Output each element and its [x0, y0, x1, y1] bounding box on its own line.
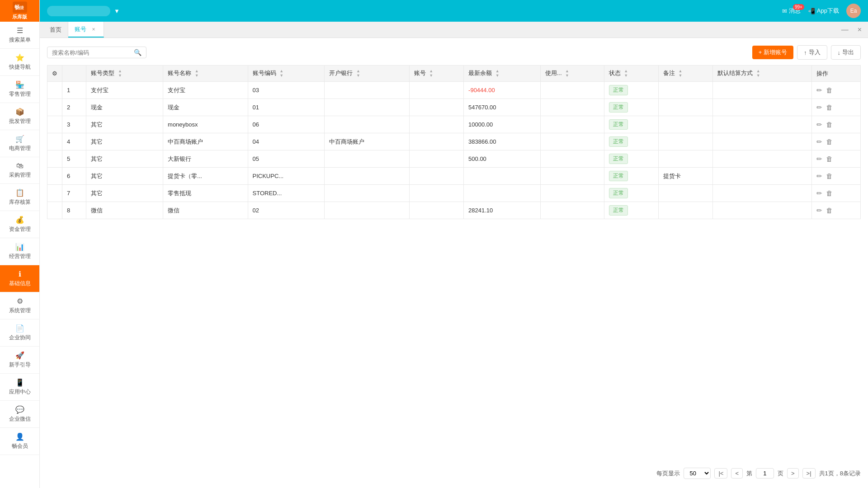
- sort-balance-icon[interactable]: ▲▼: [495, 69, 500, 78]
- sidebar-item-finance[interactable]: 💰 资金管理: [0, 211, 39, 238]
- app-download-button[interactable]: 📲 App下载: [808, 7, 839, 15]
- status-badge: 正常: [609, 119, 628, 130]
- sidebar-item-agreement[interactable]: 📄 企业协同: [0, 319, 39, 347]
- tab-account-close[interactable]: ×: [90, 26, 97, 33]
- cell-usage: [540, 150, 604, 168]
- sort-code-icon[interactable]: ▲▼: [279, 69, 283, 78]
- import-button[interactable]: ↑ 导入: [797, 45, 827, 60]
- cell-name: 微信: [163, 202, 248, 219]
- sidebar-item-wholesale[interactable]: 📦 批发管理: [0, 103, 39, 130]
- sort-usage-icon[interactable]: ▲▼: [565, 69, 569, 78]
- edit-icon[interactable]: ✏: [816, 86, 822, 94]
- edit-icon[interactable]: ✏: [816, 138, 822, 146]
- sort-type-icon[interactable]: ▲▼: [118, 69, 122, 78]
- sort-name-icon[interactable]: ▲▼: [195, 69, 199, 78]
- settings-icon[interactable]: ⚙: [52, 70, 57, 77]
- sort-remark-icon[interactable]: ▲▼: [678, 69, 682, 78]
- delete-icon[interactable]: 🗑: [826, 121, 833, 128]
- first-page-button[interactable]: |<: [714, 468, 727, 479]
- edit-icon[interactable]: ✏: [816, 206, 822, 215]
- sort-bank-icon[interactable]: ▲▼: [356, 69, 360, 78]
- cell-bank: [325, 116, 409, 133]
- cell-balance: 547670.00: [464, 99, 541, 116]
- sidebar-item-member[interactable]: 👤 畅会员: [0, 428, 39, 455]
- sidebar-item-search-menu[interactable]: ☰ 搜索菜单: [0, 22, 39, 49]
- message-button[interactable]: ✉ 消息 99+: [782, 7, 801, 15]
- wholesale-icon: 📦: [15, 108, 24, 116]
- edit-icon[interactable]: ✏: [816, 103, 822, 112]
- sort-payment-icon[interactable]: ▲▼: [756, 69, 760, 78]
- page-size-select[interactable]: 50 10 20 100: [684, 468, 711, 479]
- delete-icon[interactable]: 🗑: [826, 172, 833, 180]
- sidebar-item-operations[interactable]: 📊 经营管理: [0, 238, 39, 265]
- tab-account[interactable]: 账号 ×: [68, 22, 104, 38]
- sidebar-item-basic-info[interactable]: ℹ 基础信息: [0, 265, 39, 292]
- sort-account-icon[interactable]: ▲▼: [429, 69, 433, 78]
- edit-icon[interactable]: ✏: [816, 121, 822, 129]
- cell-code: 04: [248, 133, 325, 150]
- cell-code: 01: [248, 99, 325, 116]
- delete-icon[interactable]: 🗑: [826, 103, 833, 111]
- topbar-search-input[interactable]: [47, 6, 110, 16]
- cell-type: 支付宝: [86, 82, 163, 99]
- user-avatar[interactable]: Ea: [846, 4, 861, 18]
- cell-status: 正常: [604, 116, 658, 133]
- sidebar-item-retail[interactable]: 🏪 零售管理: [0, 76, 39, 103]
- next-page-button[interactable]: >: [787, 468, 799, 479]
- tab-close-btn[interactable]: ×: [855, 25, 864, 35]
- delete-icon[interactable]: 🗑: [826, 189, 833, 197]
- edit-icon[interactable]: ✏: [816, 172, 822, 180]
- edit-icon[interactable]: ✏: [816, 189, 822, 197]
- shortcut-icon: ⭐: [15, 53, 24, 62]
- sidebar-item-guide[interactable]: 🚀 新手引导: [0, 347, 39, 374]
- sidebar-item-inventory[interactable]: 📋 库存核算: [0, 184, 39, 211]
- cell-account: [409, 168, 463, 185]
- cell-usage: [540, 202, 604, 219]
- cell-bank: [325, 202, 409, 219]
- tab-home[interactable]: 首页: [43, 22, 68, 38]
- sidebar-item-purchase[interactable]: 🛍 采购管理: [0, 157, 39, 184]
- cell-seq: 5: [62, 150, 86, 168]
- cell-action: ✏ 🗑: [812, 99, 861, 116]
- edit-icon[interactable]: ✏: [816, 155, 822, 163]
- toolbar-right: + 新增账号 ↑ 导入 ↓ 导出: [752, 45, 861, 60]
- topbar-dropdown[interactable]: ▼: [114, 8, 120, 14]
- search-icon[interactable]: 🔍: [134, 49, 142, 56]
- delete-icon[interactable]: 🗑: [826, 155, 833, 163]
- add-account-button[interactable]: + 新增账号: [752, 46, 793, 59]
- sidebar-item-ecommerce[interactable]: 🛒 电商管理: [0, 130, 39, 157]
- cell-type: 微信: [86, 202, 163, 219]
- app-download-label: App下载: [817, 7, 839, 15]
- page-input[interactable]: [756, 468, 774, 479]
- cell-bank: [325, 150, 409, 168]
- table-body: 1 支付宝 支付宝 03 -90444.00 正常 ✏ 🗑 2 现金 现金 01…: [47, 82, 861, 219]
- th-default-payment: 默认结算方式 ▲▼: [713, 66, 812, 82]
- th-bank: 开户银行 ▲▼: [325, 66, 409, 82]
- prev-page-button[interactable]: <: [731, 468, 743, 479]
- delete-icon[interactable]: 🗑: [826, 138, 833, 145]
- cell-default-payment: [713, 168, 812, 185]
- th-type: 账号类型 ▲▼: [86, 66, 163, 82]
- sidebar-item-shortcut[interactable]: ⭐ 快捷导航: [0, 49, 39, 76]
- sidebar-item-label: 经营管理: [9, 253, 31, 260]
- cell-default-payment: [713, 99, 812, 116]
- export-button[interactable]: ↓ 导出: [831, 45, 861, 60]
- cell-action: ✏ 🗑: [812, 168, 861, 185]
- cell-default-payment: [713, 185, 812, 202]
- content-area: 🔍 + 新增账号 ↑ 导入 ↓ 导出 ⚙: [40, 38, 868, 488]
- wechat-icon: 💬: [15, 405, 24, 414]
- import-label: 导入: [809, 48, 821, 56]
- cell-seq: 4: [62, 133, 86, 150]
- tab-minimize-btn[interactable]: —: [839, 25, 851, 35]
- app-center-icon: 📱: [15, 378, 24, 387]
- sidebar-item-app-center[interactable]: 📱 应用中心: [0, 374, 39, 401]
- sort-status-icon[interactable]: ▲▼: [624, 69, 628, 78]
- last-page-button[interactable]: >|: [802, 468, 816, 479]
- delete-icon[interactable]: 🗑: [826, 86, 833, 94]
- status-badge: 正常: [609, 102, 628, 113]
- search-input[interactable]: [52, 49, 134, 56]
- cell-remark: [658, 116, 712, 133]
- delete-icon[interactable]: 🗑: [826, 206, 833, 214]
- sidebar-item-system[interactable]: ⚙ 系统管理: [0, 292, 39, 319]
- sidebar-item-wechat[interactable]: 💬 企业微信: [0, 401, 39, 428]
